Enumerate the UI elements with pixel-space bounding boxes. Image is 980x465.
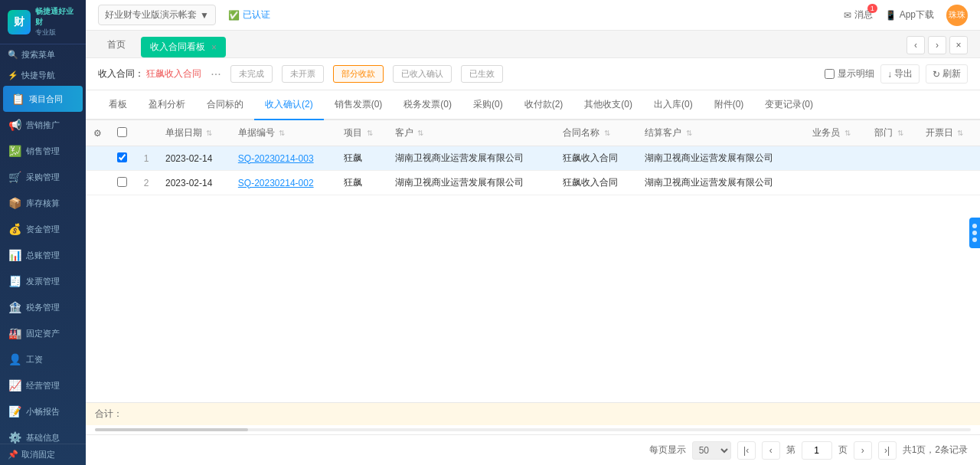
- certified-check-icon: ✅: [228, 10, 240, 21]
- sort-contractname-icon[interactable]: ⇅: [604, 129, 610, 137]
- sidebar-item-general-ledger[interactable]: 📊 总账管理: [0, 242, 86, 268]
- message-icon: ✉: [844, 10, 851, 21]
- td-num-1: 1: [135, 146, 158, 171]
- subtab-tax-invoice[interactable]: 税务发票(0): [393, 90, 462, 120]
- sidebar-item-label: 工资: [26, 354, 43, 365]
- sidebar-item-fund[interactable]: 💰 资金管理: [0, 216, 86, 242]
- selector-chevron-icon: ▼: [200, 10, 209, 21]
- sidebar: 财 畅捷通好业财 专业版 🔍 搜索菜单 ⚡ 快捷导航 📋 项目合同 📢 营销推广…: [0, 0, 86, 465]
- sidebar-quick-nav[interactable]: ⚡ 快捷导航: [0, 65, 86, 86]
- sidebar-item-fixed-asset[interactable]: 🏭 固定资产: [0, 320, 86, 346]
- sidebar-item-basic-info[interactable]: ⚙️ 基础信息: [0, 424, 86, 444]
- topbar-right: ✉ 1 消息 📱 App下载 珠珠: [844, 5, 968, 26]
- pagination-first-button[interactable]: |‹: [737, 441, 756, 460]
- table-row[interactable]: 2 2023-02-14 SQ-20230214-002 狂飙 湖南卫视商业运营…: [86, 171, 980, 195]
- sort-orderno-icon[interactable]: ⇅: [279, 129, 285, 137]
- show-detail-checkbox[interactable]: [825, 69, 835, 79]
- subtab-sales-invoice[interactable]: 销售发票(0): [324, 90, 394, 120]
- sort-date-icon[interactable]: ⇅: [206, 129, 212, 137]
- subtab-purchase[interactable]: 采购(0): [462, 90, 514, 120]
- logo-sub: 专业版: [35, 28, 78, 38]
- sidebar-item-sales[interactable]: 💹 销售管理: [0, 138, 86, 164]
- order-link-1[interactable]: SQ-20230214-003: [238, 153, 314, 164]
- export-button[interactable]: ↓ 导出: [880, 64, 920, 84]
- subtab-contract-std[interactable]: 合同标的: [196, 90, 254, 120]
- certified-text: 已认证: [243, 8, 270, 21]
- status-uninvoice-button[interactable]: 未开票: [282, 65, 324, 83]
- sort-project-icon[interactable]: ⇅: [367, 129, 373, 137]
- th-settle-customer: 结算客户 ⇅: [637, 120, 805, 146]
- td-customer-1: 湖南卫视商业运营发展有限公司: [387, 146, 555, 171]
- sidebar-item-report[interactable]: 📝 小畅报告: [0, 398, 86, 424]
- gear-icon[interactable]: ⚙: [93, 128, 102, 139]
- company-selector[interactable]: 好业财专业版演示帐套 ▼: [98, 5, 216, 25]
- refresh-button[interactable]: ↻ 刷新: [926, 64, 968, 84]
- sidebar-pin-toggle[interactable]: 📌 取消固定: [0, 444, 86, 465]
- order-link-2[interactable]: SQ-20230214-002: [238, 178, 314, 188]
- th-checkbox: [109, 120, 135, 146]
- sidebar-item-label: 营销推广: [26, 120, 60, 131]
- sidebar-item-tax[interactable]: 🏦 税务管理: [0, 294, 86, 320]
- pagination-page-input[interactable]: [802, 441, 832, 460]
- sidebar-item-inventory[interactable]: 📦 库存核算: [0, 190, 86, 216]
- tab-close-icon[interactable]: ×: [211, 42, 217, 53]
- contract-more-button[interactable]: ···: [211, 67, 220, 81]
- sidebar-item-purchase[interactable]: 🛒 采购管理: [0, 164, 86, 190]
- tax-icon: 🏦: [8, 300, 21, 314]
- sidebar-item-label: 发票管理: [26, 276, 60, 287]
- subtab-kanban[interactable]: 看板: [98, 90, 138, 120]
- right-edge-panel[interactable]: [969, 218, 980, 248]
- subtab-income-confirm[interactable]: 收入确认(2): [254, 90, 324, 120]
- pagination-last-button[interactable]: ›|: [878, 441, 897, 460]
- sort-settlecustomer-icon[interactable]: ⇅: [686, 129, 692, 137]
- subtab-attachment[interactable]: 附件(0): [704, 90, 755, 120]
- row-checkbox-2[interactable]: [117, 177, 127, 187]
- status-uncomplete-button[interactable]: 未完成: [230, 65, 273, 83]
- tab-close-all-button[interactable]: ×: [949, 36, 968, 54]
- td-opendate-1: [918, 146, 980, 171]
- tab-income-contract[interactable]: 收入合同看板 ×: [141, 37, 226, 57]
- table-row[interactable]: 1 2023-02-14 SQ-20230214-003 狂飙 湖南卫视商业运营…: [86, 146, 980, 171]
- subtab-change-log[interactable]: 变更记录(0): [754, 90, 824, 120]
- hr-icon: 👤: [8, 352, 21, 366]
- row-checkbox-1[interactable]: [117, 152, 127, 162]
- sidebar-item-project-contract[interactable]: 📋 项目合同: [3, 86, 83, 112]
- status-effective-button[interactable]: 已生效: [461, 65, 503, 83]
- scrollbar-thumb[interactable]: [95, 428, 248, 431]
- fixed-asset-icon: 🏭: [8, 326, 21, 340]
- subtab-profit[interactable]: 盈利分析: [138, 90, 196, 120]
- sidebar-item-hr[interactable]: 👤 工资: [0, 346, 86, 372]
- content-area: 收入合同： 狂飙收入合同 ··· 未完成 未开票 部分收款 已收入确认 已生效 …: [86, 58, 980, 465]
- message-button[interactable]: ✉ 1 消息: [844, 8, 873, 21]
- download-icon: 📱: [885, 10, 897, 21]
- sort-opendate-icon[interactable]: ⇅: [957, 129, 963, 137]
- tab-home[interactable]: 首页: [98, 34, 135, 57]
- show-detail-label[interactable]: 显示明细: [825, 67, 874, 80]
- app-download-button[interactable]: 📱 App下载: [885, 8, 934, 21]
- tab-prev-button[interactable]: ‹: [906, 36, 925, 54]
- sidebar-item-invoice[interactable]: 🧾 发票管理: [0, 268, 86, 294]
- tab-next-button[interactable]: ›: [928, 36, 946, 54]
- horizontal-scrollbar[interactable]: [95, 428, 971, 431]
- sidebar-item-marketing[interactable]: 📢 营销推广: [0, 112, 86, 138]
- sidebar-item-ops[interactable]: 📈 经营管理: [0, 372, 86, 398]
- status-confirmed-button[interactable]: 已收入确认: [393, 65, 452, 83]
- subtab-receipt[interactable]: 收付款(2): [514, 90, 574, 120]
- td-project-1: 狂飙: [336, 146, 387, 171]
- sort-department-icon[interactable]: ⇅: [897, 129, 903, 137]
- per-page-select[interactable]: 50 20 100: [692, 441, 731, 460]
- select-all-checkbox[interactable]: [117, 127, 127, 137]
- sidebar-item-label: 库存核算: [26, 198, 60, 209]
- sort-customer-icon[interactable]: ⇅: [417, 129, 423, 137]
- sort-salesperson-icon[interactable]: ⇅: [844, 129, 851, 137]
- sidebar-search[interactable]: 🔍 搜索菜单: [0, 44, 86, 65]
- pagination-next-button[interactable]: ›: [854, 441, 872, 460]
- pagination-page-label: 第: [786, 444, 795, 457]
- status-partial-button[interactable]: 部分收款: [333, 65, 384, 83]
- td-date-1: 2023-02-14: [158, 146, 230, 171]
- subtab-out-warehouse[interactable]: 出入库(0): [643, 90, 704, 120]
- user-area[interactable]: 珠珠: [946, 5, 968, 26]
- subtab-other-income[interactable]: 其他收支(0): [573, 90, 643, 120]
- sidebar-quick-label: 快捷导航: [21, 70, 55, 81]
- pagination-prev-button[interactable]: ‹: [762, 441, 780, 460]
